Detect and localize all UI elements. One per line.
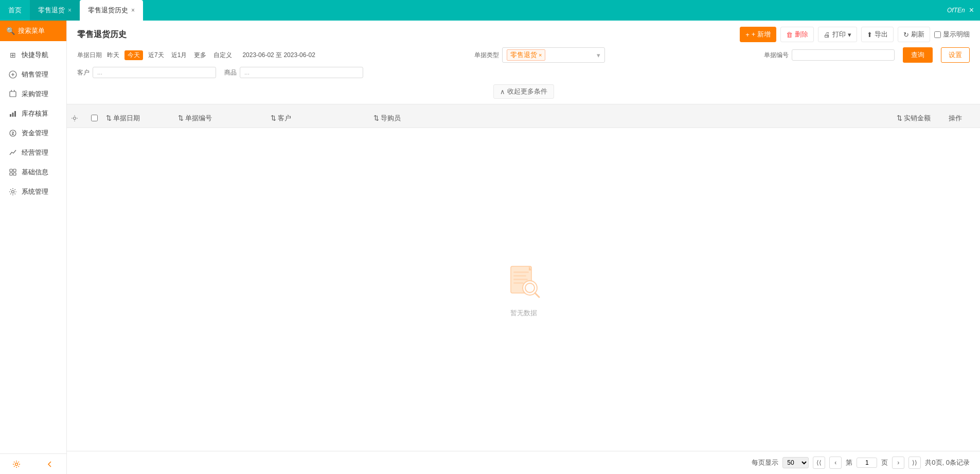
tab-retail-return-close[interactable]: × [68, 7, 72, 14]
tab-retail-return-history-label: 零售退货历史 [88, 6, 128, 15]
th-action: 操作 [935, 114, 976, 123]
sidebar-item-system-label: 系统管理 [22, 187, 48, 196]
operation-icon [8, 148, 17, 157]
toolbar: + + 新增 🗑 删除 🖨 打印 ▾ ⬆ 导出 [740, 27, 970, 42]
delete-icon: 🗑 [786, 31, 793, 39]
type-tag-close[interactable]: × [539, 52, 542, 58]
sidebar-item-sales[interactable]: 销售管理 [0, 65, 66, 84]
display-detail-checkbox[interactable] [934, 31, 941, 38]
filter-customer: 客户 ... [77, 67, 216, 78]
sort-customer-icon[interactable]: ⇅ [271, 114, 276, 122]
table-header: ⇅ 单据日期 ⇅ 单据编号 ⇅ 客户 ⇅ 导购员 ⇅ 实销金额 [67, 108, 980, 128]
goods-select[interactable]: ... [240, 67, 363, 78]
collapse-button[interactable]: ∧ 收起更多条件 [493, 84, 554, 99]
sidebar-item-system[interactable]: 系统管理 [0, 182, 66, 202]
page-first-button[interactable]: ⟨⟨ [813, 457, 825, 469]
refresh-label: 刷新 [911, 30, 924, 39]
print-button[interactable]: 🖨 打印 ▾ [818, 27, 857, 42]
type-tag-text: 零售退货 [510, 50, 537, 60]
th-settings[interactable] [71, 115, 86, 122]
sort-date-icon[interactable]: ⇅ [106, 114, 112, 122]
svg-rect-8 [10, 173, 12, 175]
type-select[interactable]: 零售退货 × ▾ [502, 47, 605, 63]
th-guide: ⇅ 导购员 [369, 114, 873, 123]
date-option-today[interactable]: 今天 [124, 50, 143, 60]
sidebar-item-finance[interactable]: 资金管理 [0, 123, 66, 143]
date-label: 单据日期 [77, 51, 102, 60]
tab-retail-return-label: 零售退货 [38, 6, 65, 15]
new-button[interactable]: + + 新增 [740, 27, 776, 42]
tab-retail-return[interactable]: 零售退货 × [30, 0, 80, 21]
svg-rect-3 [12, 113, 14, 117]
system-icon [8, 187, 17, 196]
new-icon: + [745, 31, 750, 39]
customer-select[interactable]: ... [93, 67, 216, 78]
select-all-checkbox[interactable] [91, 115, 98, 121]
export-label: 导出 [875, 30, 888, 39]
tab-home[interactable]: 首页 [0, 0, 30, 21]
date-option-1month[interactable]: 近1月 [169, 50, 189, 60]
th-amount-label: 实销金额 [904, 114, 931, 123]
sort-guide-icon[interactable]: ⇅ [373, 114, 379, 122]
tab-home-label: 首页 [8, 6, 22, 15]
th-docno-label: 单据编号 [185, 114, 212, 123]
svg-point-11 [15, 463, 18, 465]
per-page-label: 每页显示 [752, 458, 778, 467]
th-check[interactable] [86, 115, 102, 121]
sort-amount-icon[interactable]: ⇅ [897, 114, 902, 122]
svg-rect-14 [513, 271, 529, 273]
settings-button[interactable]: 设置 [941, 47, 970, 63]
sort-docno-icon[interactable]: ⇅ [178, 114, 184, 122]
print-icon: 🖨 [824, 31, 830, 39]
date-option-more[interactable]: 更多 [192, 50, 208, 60]
th-date: ⇅ 单据日期 [102, 114, 174, 123]
sidebar-collapse-button[interactable] [33, 454, 67, 474]
date-option-7days[interactable]: 近7天 [146, 50, 166, 60]
sidebar-item-operation[interactable]: 经营管理 [0, 143, 66, 162]
top-bar-right: OfTEn × [947, 6, 980, 15]
th-customer: ⇅ 客户 [266, 114, 369, 123]
page-title: 零售退货历史 [77, 29, 127, 40]
sales-icon [8, 70, 17, 79]
table-container: ⇅ 单据日期 ⇅ 单据编号 ⇅ 客户 ⇅ 导购员 ⇅ 实销金额 [67, 108, 980, 474]
per-page-select[interactable]: 20 50 100 [782, 457, 809, 468]
date-option-custom[interactable]: 自定义 [211, 50, 234, 60]
inventory-icon [8, 109, 17, 118]
page-header: 零售退货历史 + + 新增 🗑 删除 🖨 打印 ▾ [67, 21, 980, 104]
th-date-label: 单据日期 [113, 114, 140, 123]
customer-placeholder: ... [97, 69, 102, 76]
date-range-text: 2023-06-02 至 2023-06-02 [242, 51, 315, 60]
display-detail-toggle[interactable]: 显示明细 [934, 30, 970, 39]
page-next-button[interactable]: › [892, 457, 904, 469]
refresh-button[interactable]: ↻ 刷新 [898, 27, 930, 42]
sidebar-item-purchase[interactable]: 采购管理 [0, 84, 66, 104]
export-icon: ⬆ [867, 31, 872, 39]
docno-label: 单据编号 [764, 51, 789, 60]
query-button[interactable]: 查询 [903, 47, 933, 63]
sidebar-item-basic[interactable]: 基础信息 [0, 162, 66, 182]
sidebar-search[interactable]: 🔍 搜索菜单 [0, 21, 66, 41]
page-last-button[interactable]: ⟩⟩ [908, 457, 921, 469]
sidebar-bottom [0, 453, 66, 474]
sidebar-nav: ⊞ 快捷导航 销售管理 采购管理 库存核算 [0, 41, 66, 453]
date-option-yesterday[interactable]: 昨天 [105, 50, 121, 60]
docno-input[interactable] [792, 49, 895, 61]
delete-button[interactable]: 🗑 删除 [780, 27, 814, 42]
sidebar-item-quick-nav-label: 快捷导航 [22, 50, 48, 60]
customer-label: 客户 [77, 68, 90, 77]
sidebar-item-inventory[interactable]: 库存核算 [0, 104, 66, 123]
page-prev-button[interactable]: ‹ [829, 457, 842, 469]
th-customer-label: 客户 [278, 114, 291, 123]
sidebar-item-inventory-label: 库存核算 [22, 109, 48, 118]
type-tag: 零售退货 × [507, 49, 545, 61]
export-button[interactable]: ⬆ 导出 [861, 27, 894, 42]
page-number-input[interactable] [857, 458, 877, 468]
tab-retail-return-history[interactable]: 零售退货历史 × [80, 0, 143, 21]
sidebar-item-sales-label: 销售管理 [22, 70, 48, 79]
sidebar-settings-button[interactable] [0, 454, 33, 474]
tab-retail-return-history-close[interactable]: × [131, 7, 135, 14]
sidebar-item-quick-nav[interactable]: ⊞ 快捷导航 [0, 45, 66, 65]
empty-state: 暂无数据 [67, 128, 980, 451]
svg-rect-2 [10, 114, 11, 117]
window-close-button[interactable]: × [969, 6, 974, 15]
